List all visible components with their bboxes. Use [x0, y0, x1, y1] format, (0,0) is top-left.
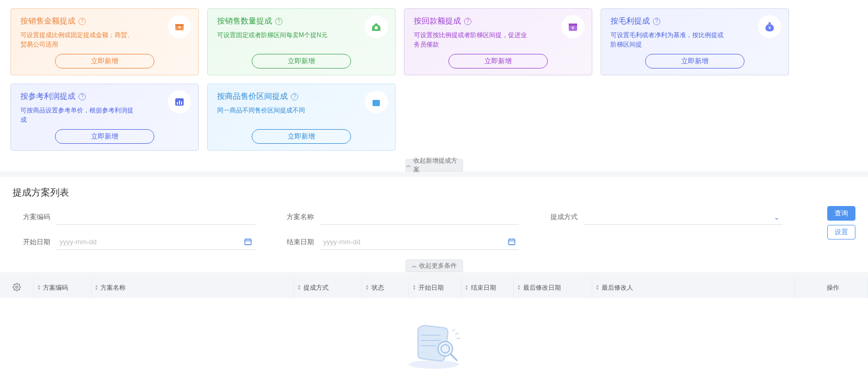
svg-point-2 — [178, 26, 181, 28]
card-title-text: 按毛利提成 — [611, 16, 650, 26]
commission-type-select[interactable] — [584, 209, 783, 225]
svg-point-16 — [409, 360, 459, 369]
col-plan-code[interactable]: ▲▼方案编码 — [33, 277, 91, 298]
end-date-label: 结束日期 — [276, 237, 314, 247]
col-modified-by[interactable]: ▲▼最后修改人 — [592, 277, 794, 298]
help-icon[interactable]: ? — [78, 18, 86, 25]
chevron-up-icon: ︽ — [406, 162, 411, 169]
plan-list-title: 提成方案列表 — [13, 186, 855, 199]
filter-plan-code: 方案编码 — [13, 209, 255, 225]
calendar-icon: ¥ — [561, 15, 584, 38]
table-header-row: ▲▼方案编码 ▲▼方案名称 ▲▼提成方式 ▲▼状态 ▲▼开始日期 ▲▼结束日期 … — [0, 277, 868, 298]
svg-rect-10 — [179, 100, 180, 105]
plan-code-label: 方案编码 — [13, 212, 50, 222]
collapse-cards-label: 收起新增提成方案 — [413, 156, 463, 174]
svg-rect-11 — [181, 101, 182, 105]
col-modified-date[interactable]: ▲▼最后修改日期 — [513, 277, 592, 298]
card-desc: 可设置提成比例或固定提成金额；商贸、贸易公司适用 — [20, 30, 136, 49]
card-desc: 可设置固定或者阶梯区间每卖M个提N元 — [217, 30, 332, 40]
help-icon[interactable]: ? — [653, 18, 660, 25]
table-empty-row — [0, 298, 868, 388]
card-title-text: 按参考利润提成 — [20, 92, 75, 101]
collapse-filters-label: 收起更多条件 — [419, 261, 457, 270]
svg-rect-9 — [177, 102, 178, 105]
commission-card-0: 按销售金额提成?可设置提成比例或固定提成金额；商贸、贸易公司适用立即新增 — [10, 8, 199, 75]
commission-card-1: 按销售数量提成?可设置固定或者阶梯区间每卖M个提N元立即新增 — [207, 8, 396, 75]
add-now-button[interactable]: 立即新增 — [55, 54, 154, 69]
col-commission-type[interactable]: ▲▼提成方式 — [294, 277, 362, 298]
col-end-date[interactable]: ▲▼结束日期 — [461, 277, 513, 298]
filter-form: 方案编码 方案名称 提成方式 ⌄ 查询 设置 开始日期 — [13, 209, 855, 259]
query-button[interactable]: 查询 — [827, 206, 855, 221]
card-desc: 可按商品设置参考单价，根据参考利润提成 — [20, 106, 136, 124]
filter-plan-name: 方案名称 — [276, 209, 519, 225]
add-now-button[interactable]: 立即新增 — [252, 129, 351, 144]
column-settings-button[interactable] — [0, 277, 33, 298]
commission-type-label: 提成方式 — [540, 212, 578, 222]
add-now-button[interactable]: 立即新增 — [252, 54, 351, 69]
start-date-label: 开始日期 — [13, 237, 50, 247]
start-date-input[interactable] — [57, 234, 255, 250]
svg-text:¥: ¥ — [571, 25, 574, 30]
calendar-icon[interactable] — [508, 237, 516, 247]
card-desc: 可设置按比例提或者阶梯区间提，促进业务员催款 — [414, 30, 529, 49]
card-title: 按参考利润提成? — [20, 92, 189, 101]
svg-point-15 — [16, 286, 18, 288]
svg-rect-14 — [509, 239, 515, 245]
add-now-button[interactable]: 立即新增 — [645, 54, 745, 69]
plan-table: ▲▼方案编码 ▲▼方案名称 ▲▼提成方式 ▲▼状态 ▲▼开始日期 ▲▼结束日期 … — [0, 277, 868, 388]
collapse-filters-toggle[interactable]: ︽ 收起更多条件 — [405, 259, 463, 272]
chevron-up-icon: ︽ — [412, 262, 417, 269]
filter-commission-type: 提成方式 ⌄ — [540, 209, 783, 225]
card-title: 按商品售价区间提成? — [217, 92, 386, 101]
help-icon[interactable]: ? — [275, 18, 283, 25]
card-title: 按销售数量提成? — [217, 16, 386, 26]
col-plan-name[interactable]: ▲▼方案名称 — [91, 277, 294, 298]
add-now-button[interactable]: 立即新增 — [55, 129, 154, 144]
svg-rect-1 — [175, 24, 184, 26]
svg-point-3 — [375, 26, 378, 29]
card-title-text: 按销售数量提成 — [217, 16, 272, 26]
plan-name-input[interactable] — [320, 209, 519, 225]
svg-rect-12 — [373, 100, 380, 106]
commission-type-cards: 按销售金额提成?可设置提成比例或固定提成金额；商贸、贸易公司适用立即新增按销售数… — [0, 0, 868, 172]
commission-card-2: 按回款额提成?可设置按比例提或者阶梯区间提，促进业务员催款立即新增¥ — [404, 8, 592, 75]
filter-start-date: 开始日期 — [13, 234, 255, 250]
card-title: 按毛利提成? — [611, 16, 779, 26]
help-icon[interactable]: ? — [291, 93, 298, 100]
card-title: 按销售金额提成? — [20, 16, 189, 26]
chart-icon — [168, 90, 191, 113]
collapse-cards-toggle[interactable]: ︽ 收起新增提成方案 — [405, 159, 463, 172]
card-title-text: 按商品售价区间提成 — [217, 92, 288, 101]
col-status[interactable]: ▲▼状态 — [362, 277, 409, 298]
svg-rect-13 — [245, 239, 251, 245]
plan-code-input[interactable] — [57, 209, 255, 225]
settings-button[interactable]: 设置 — [827, 225, 855, 239]
empty-state-illustration — [402, 318, 465, 371]
house-icon — [365, 15, 388, 38]
plan-name-label: 方案名称 — [276, 212, 314, 222]
end-date-input[interactable] — [320, 234, 519, 250]
help-icon[interactable]: ? — [78, 93, 86, 100]
moneybag-icon: ¥ — [758, 15, 781, 38]
col-start-date[interactable]: ▲▼开始日期 — [409, 277, 461, 298]
help-icon[interactable]: ? — [464, 18, 471, 25]
bag-icon — [365, 90, 388, 113]
col-operation: 操作 — [795, 277, 868, 298]
card-title-text: 按销售金额提成 — [20, 16, 75, 26]
wallet-icon — [168, 15, 191, 38]
gear-icon — [13, 283, 21, 291]
commission-card-3: 按毛利提成?可设置毛利或者净利为基准，按比例提或阶梯区间提立即新增¥ — [601, 8, 789, 75]
card-desc: 可设置毛利或者净利为基准，按比例提或阶梯区间提 — [611, 30, 726, 49]
commission-card-4: 按参考利润提成?可按商品设置参考单价，根据参考利润提成立即新增 — [10, 84, 199, 151]
card-desc: 同一商品不同售价区间提成不同 — [217, 106, 332, 115]
card-title: 按回款额提成? — [414, 16, 582, 26]
calendar-icon[interactable] — [244, 237, 252, 247]
svg-text:¥: ¥ — [768, 25, 771, 30]
filter-end-date: 结束日期 — [276, 234, 519, 250]
add-now-button[interactable]: 立即新增 — [448, 54, 548, 69]
commission-card-5: 按商品售价区间提成?同一商品不同售价区间提成不同立即新增 — [207, 84, 396, 151]
action-buttons: 查询 设置 — [827, 206, 855, 239]
plan-list-panel: 提成方案列表 方案编码 方案名称 提成方式 ⌄ 查询 设置 — [0, 177, 868, 272]
card-title-text: 按回款额提成 — [414, 16, 461, 26]
